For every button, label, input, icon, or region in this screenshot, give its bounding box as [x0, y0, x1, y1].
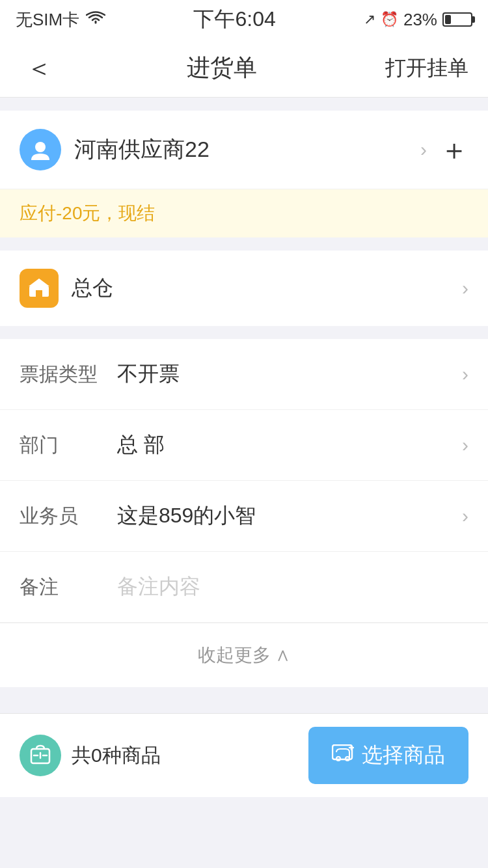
location-icon: ↗ [364, 11, 375, 28]
time-display: 下午6:04 [193, 5, 275, 34]
alarm-icon: ⏰ [381, 11, 398, 28]
carrier-text: 无SIM卡 [16, 8, 79, 31]
divider-2 [0, 237, 488, 251]
invoice-type-label: 票据类型 [20, 361, 98, 388]
select-product-label: 选择商品 [362, 741, 445, 770]
warehouse-name: 总仓 [72, 274, 462, 303]
department-value: 总 部 [117, 431, 462, 459]
invoice-type-chevron-icon: › [462, 363, 468, 385]
notice-bar: 应付-20元，现结 [0, 189, 488, 237]
supplier-section: 河南供应商22 › ＋ 应付-20元，现结 [0, 111, 488, 237]
product-count-text: 共0种商品 [72, 742, 161, 769]
status-bar: 无SIM卡 下午6:04 ↗ ⏰ 23% [0, 0, 488, 39]
supplier-chevron-icon: › [420, 139, 427, 161]
battery-percentage: 23% [403, 10, 437, 30]
status-left: 无SIM卡 [16, 8, 105, 31]
salesperson-chevron-icon: › [462, 505, 468, 527]
salesperson-row[interactable]: 业务员 这是859的小智 › [0, 481, 488, 552]
svg-rect-3 [36, 290, 42, 297]
warehouse-row[interactable]: 总仓 › [0, 251, 488, 326]
department-row[interactable]: 部门 总 部 › [0, 410, 488, 481]
bottom-bar: 共0种商品 选择商品 [0, 713, 488, 797]
collapse-label: 收起更多 ∧ [198, 643, 291, 668]
add-supplier-button[interactable]: ＋ [440, 131, 468, 169]
warehouse-chevron-icon: › [462, 277, 468, 299]
background-fill [0, 797, 488, 868]
invoice-type-row[interactable]: 票据类型 不开票 › [0, 339, 488, 410]
page-title: 进货单 [187, 52, 257, 84]
notice-text: 应付-20元，现结 [20, 203, 155, 223]
remark-row[interactable]: 备注 备注内容 [0, 552, 488, 623]
supplier-name: 河南供应商22 [74, 135, 420, 165]
salesperson-value: 这是859的小智 [117, 502, 462, 530]
department-chevron-icon: › [462, 434, 468, 456]
department-label: 部门 [20, 432, 98, 459]
divider-4 [0, 687, 488, 700]
select-product-icon [332, 744, 354, 768]
select-product-button[interactable]: 选择商品 [308, 727, 468, 784]
warehouse-section: 总仓 › [0, 251, 488, 326]
supplier-row[interactable]: 河南供应商22 › ＋ [0, 111, 488, 189]
svg-point-0 [35, 142, 46, 152]
divider-1 [0, 98, 488, 111]
wifi-icon [86, 10, 105, 30]
divider-3 [0, 326, 488, 339]
salesperson-label: 业务员 [20, 503, 98, 530]
warehouse-icon [20, 269, 59, 308]
supplier-avatar [20, 129, 61, 170]
battery-icon [442, 12, 472, 27]
nav-bar: ＜ 进货单 打开挂单 [0, 39, 488, 98]
collapse-button[interactable]: 收起更多 ∧ [0, 623, 488, 687]
open-pending-button[interactable]: 打开挂单 [385, 54, 468, 83]
product-count-area: 共0种商品 [20, 735, 161, 776]
remark-label: 备注 [20, 574, 98, 601]
fields-section: 票据类型 不开票 › 部门 总 部 › 业务员 这是859的小智 › 备注 备注… [0, 339, 488, 687]
remark-input[interactable]: 备注内容 [117, 573, 468, 601]
back-button[interactable]: ＜ [20, 44, 59, 92]
invoice-type-value: 不开票 [117, 360, 462, 388]
status-right: ↗ ⏰ 23% [364, 10, 472, 30]
svg-marker-2 [29, 278, 49, 286]
product-icon [20, 735, 61, 776]
